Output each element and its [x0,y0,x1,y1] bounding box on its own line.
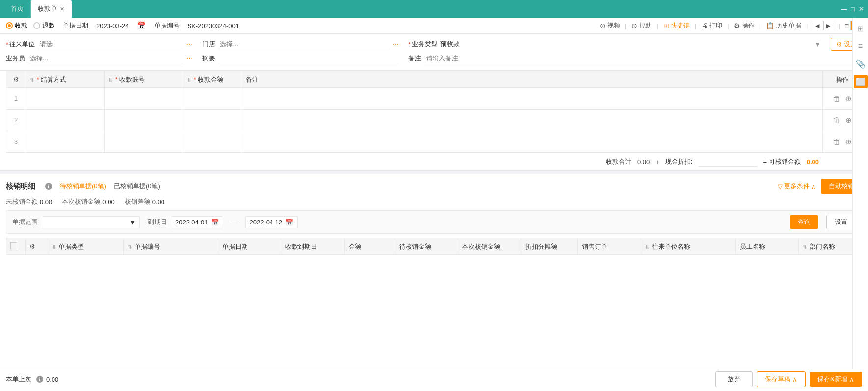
save-new-btn[interactable]: 保存&新增 ∧ [810,372,862,387]
toolbar-actions: ⊙ 视频 | ⊙ 帮助 | ⊞ 快捷键 | 🖨 打印 | ⚙ 操作 [600,21,862,30]
save-draft-btn[interactable]: 保存草稿 ∧ [757,371,806,387]
history-action[interactable]: 📋 历史单据 [766,21,801,30]
sort-bn-icon: ⇅ [128,244,132,250]
row1-settlement[interactable] [26,88,105,110]
footer-label: 本单上次 [6,375,31,384]
row1-account[interactable] [105,88,183,110]
pending-link[interactable]: 待核销单据(0笔) [60,182,106,191]
summary-row: 收款合计 0.00 + 现金折扣: = 可核销金额 0.00 [0,153,868,171]
remark-input[interactable] [424,54,862,63]
col-bt-amount-label: 金额 [349,243,361,250]
col-receipt-due: 收款到期日 [281,238,345,255]
row3-copy-btn[interactable]: ⊕ [844,137,853,147]
sidebar-active-icon[interactable]: ⬜ [854,75,868,88]
current-value: 0.00 [102,198,114,206]
row3-delete-btn[interactable]: 🗑 [832,137,841,147]
row2-account[interactable] [105,110,183,131]
main-table: ⚙ ⇅ * 结算方式 ⇅ * 收款账号 ⇅ * 收款金额 [6,71,862,153]
row2-delete-btn[interactable]: 🗑 [832,115,841,126]
help-action[interactable]: ⊙ 帮助 [631,21,651,30]
sidebar-attachment-icon[interactable]: 📎 [854,57,868,71]
row1-amount[interactable] [183,88,242,110]
col-account: ⇅ * 收款账号 [105,71,183,88]
list-view-icon[interactable]: ≡ [845,22,849,29]
counterpart-more-btn[interactable]: ··· [186,40,192,49]
row1-remark[interactable] [242,88,823,110]
settings-gear-icon: ⚙ [836,41,842,48]
receipt-radio-label: 收款 [15,21,27,30]
bottom-table: ⚙ ⇅ 单据类型 ⇅ 单据编号 单据日期 收款到期 [6,238,862,255]
col-counterpart-name: ⇅ 往来单位名称 [641,238,736,255]
col-bt-settings[interactable]: ⚙ [25,238,48,255]
date-to-field[interactable]: 2022-04-12 📅 [245,216,298,228]
filter-settings-btn[interactable]: 设置 [826,215,856,229]
select-all-checkbox[interactable] [10,242,17,249]
row3-amount[interactable] [183,131,242,153]
maximize-btn[interactable]: □ [851,5,855,13]
row1-copy-btn[interactable]: ⊕ [844,93,853,104]
footer-info: 本单上次 ℹ 0.00 [6,375,58,384]
receipt-radio[interactable]: 收款 [6,21,27,30]
tab-receipt[interactable]: 收款单 ✕ [31,0,72,18]
verification-info-icon[interactable]: ℹ [45,183,52,190]
next-arrow[interactable]: ▶ [823,21,833,30]
row3-remark[interactable] [242,131,823,153]
query-btn[interactable]: 查询 [790,215,818,229]
operation-action[interactable]: ⚙ 操作 [734,21,755,30]
sort-icon: ⇅ [30,77,34,83]
close-btn[interactable]: ✕ [859,5,864,13]
bill-number-value: SK-20230324-001 [188,22,240,29]
video-action[interactable]: ⊙ 视频 [600,21,620,30]
print-action[interactable]: 🖨 打印 [701,21,722,30]
prev-arrow[interactable]: ◀ [813,21,822,30]
row2-amount[interactable] [183,110,242,131]
col-bill-date: 单据日期 [218,238,281,255]
summary-input[interactable] [218,54,399,63]
unverified-value: 0.00 [40,198,52,206]
business-type-dropdown[interactable]: ▼ [814,41,821,48]
range-select[interactable]: ▼ [42,216,140,228]
more-conditions-btn[interactable]: ▽ 更多条件 ∧ [778,182,816,191]
tab-close-icon[interactable]: ✕ [60,6,64,12]
salesperson-input[interactable] [28,54,183,63]
verification-stats: 未核销金额 0.00 本次核销金额 0.00 核销差额 0.00 [6,197,862,206]
calendar-icon-to: 📅 [285,219,293,226]
refund-radio[interactable]: 退款 [33,21,55,30]
table-row: 2 🗑 ⊕ [6,110,862,131]
date-from-field[interactable]: 2022-04-01 📅 [171,216,223,228]
col-settings[interactable]: ⚙ [6,71,26,88]
window-controls: — □ ✕ [841,5,864,13]
abandon-btn[interactable]: 放弃 [715,371,753,387]
summary-field: 摘要 [202,54,399,63]
receipt-radio-circle [6,22,13,29]
sidebar-document-icon[interactable]: ≡ [854,39,868,53]
footer-info-icon[interactable]: ℹ [36,376,43,383]
verification-header: 核销明细 ℹ 待核销单据(0笔) 已核销单据(0笔) ▽ 更多条件 ∧ 自动核销 [6,179,862,194]
verifiable-value: 0.00 [807,158,819,166]
row2-copy-btn[interactable]: ⊕ [844,115,853,126]
shortcut-action[interactable]: ⊞ 快捷键 [663,21,690,30]
salesperson-more-btn[interactable]: ··· [186,54,192,63]
store-more-btn[interactable]: ··· [392,40,399,49]
row2-remark[interactable] [242,110,823,131]
required-star: * [37,76,39,83]
calendar-icon[interactable]: 📅 [137,21,146,30]
verified-link[interactable]: 已核销单据(0笔) [114,182,160,191]
row3-account[interactable] [105,131,183,153]
bill-date-label: 单据日期 [63,21,88,30]
counterpart-input[interactable] [38,39,183,49]
row2-settlement[interactable] [26,110,105,131]
row2-index: 2 [6,110,26,131]
tab-receipt-label: 收款单 [38,4,57,13]
row3-settlement[interactable] [26,131,105,153]
tab-home[interactable]: 首页 [4,0,31,18]
discount-input[interactable] [698,157,757,167]
operation-icon: ⚙ [734,22,740,29]
store-input[interactable] [218,39,389,49]
minimize-btn[interactable]: — [841,5,847,13]
verifiable-label: = 可核销金额 [763,157,800,166]
sidebar-table-icon[interactable]: ⊞ [854,22,868,35]
row1-delete-btn[interactable]: 🗑 [832,93,841,104]
footer: 本单上次 ℹ 0.00 放弃 保存草稿 ∧ 保存&新增 ∧ [0,367,868,391]
business-type-value: 预收款 [440,40,813,49]
